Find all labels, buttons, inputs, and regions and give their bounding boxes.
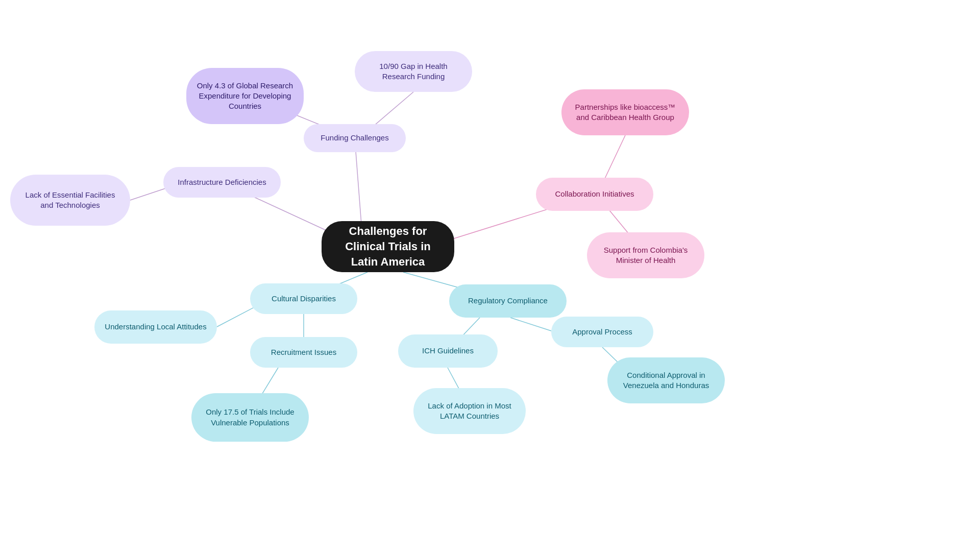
approval-node: Approval Process xyxy=(551,317,653,347)
infrastructure-label: Infrastructure Deficiencies xyxy=(178,177,266,187)
funding-challenges-node: Funding Challenges xyxy=(304,124,406,152)
svg-line-8 xyxy=(602,135,625,184)
conditional-node: Conditional Approval in Venezuela and Ho… xyxy=(607,357,725,403)
collaboration-label: Collaboration Initiatives xyxy=(555,189,634,199)
conditional-label: Conditional Approval in Venezuela and Ho… xyxy=(618,370,715,391)
center-label: Challenges for Clinical Trials in Latin … xyxy=(332,224,444,269)
ich-label: ICH Guidelines xyxy=(422,346,474,356)
ten90-label: 10/90 Gap in Health Research Funding xyxy=(365,61,462,82)
recruitment-node: Recruitment Issues xyxy=(250,337,357,368)
only43-node: Only 4.3 of Global Research Expenditure … xyxy=(186,68,304,124)
infrastructure-node: Infrastructure Deficiencies xyxy=(163,167,281,198)
only175-node: Only 17.5 of Trials Include Vulnerable P… xyxy=(191,393,309,442)
ich-node: ICH Guidelines xyxy=(398,334,498,368)
lack-essential-label: Lack of Essential Facilities and Technol… xyxy=(20,190,120,211)
adoption-node: Lack of Adoption in Most LATAM Countries xyxy=(413,388,526,434)
support-colombia-node: Support from Colombia's Minister of Heal… xyxy=(587,232,704,278)
funding-label: Funding Challenges xyxy=(321,133,388,143)
recruitment-label: Recruitment Issues xyxy=(271,347,336,357)
svg-line-11 xyxy=(510,318,551,331)
only43-label: Only 4.3 of Global Research Expenditure … xyxy=(197,81,293,112)
lack-essential-node: Lack of Essential Facilities and Technol… xyxy=(10,175,130,226)
collaboration-node: Collaboration Initiatives xyxy=(536,178,653,211)
cultural-node: Cultural Disparities xyxy=(250,283,357,314)
approval-label: Approval Process xyxy=(572,327,632,337)
understanding-label: Understanding Local Attitudes xyxy=(105,322,206,332)
partnerships-node: Partnerships like bioaccess™ and Caribbe… xyxy=(561,89,689,135)
understanding-node: Understanding Local Attitudes xyxy=(94,310,217,344)
center-node: Challenges for Clinical Trials in Latin … xyxy=(322,221,454,272)
connections-svg xyxy=(0,0,980,553)
only175-label: Only 17.5 of Trials Include Vulnerable P… xyxy=(202,407,299,428)
ten90-node: 10/90 Gap in Health Research Funding xyxy=(355,51,472,92)
cultural-label: Cultural Disparities xyxy=(272,294,336,304)
regulatory-node: Regulatory Compliance xyxy=(449,284,567,318)
regulatory-label: Regulatory Compliance xyxy=(468,296,548,306)
support-colombia-label: Support from Colombia's Minister of Heal… xyxy=(597,245,694,266)
adoption-label: Lack of Adoption in Most LATAM Countries xyxy=(424,401,516,422)
partnerships-label: Partnerships like bioaccess™ and Caribbe… xyxy=(572,102,679,123)
